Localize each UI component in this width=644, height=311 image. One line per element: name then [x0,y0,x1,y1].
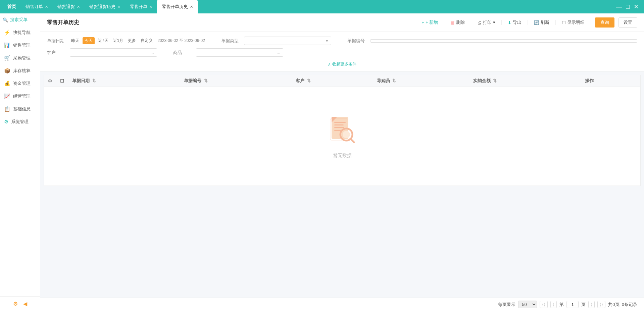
empty-text: 暂无数据 [333,153,352,159]
total-info: 共0页, 0条记录 [608,302,637,308]
page-title: 零售开单历史 [47,19,79,26]
divider-2 [471,20,471,25]
th-customer[interactable]: 客户 ⇅ [292,75,373,87]
goods-dots-icon: ... [277,50,280,55]
data-table: ⚙ ☐ 单据日期 ⇅ 单据编号 ⇅ 客户 ⇅ [44,75,641,186]
maximize-icon[interactable]: □ [626,3,630,10]
type-select-arrow: ▾ [326,38,328,43]
divider-5 [555,20,556,25]
page-number-input[interactable] [566,301,579,308]
window-close-icon[interactable]: ✕ [634,3,639,10]
goods-filter-label: 商品 [173,50,193,56]
minimize-icon[interactable]: — [616,3,622,10]
date-btn-1month[interactable]: 近1月 [112,37,125,44]
tab-sales-return[interactable]: 销货退货 ✕ [53,0,85,13]
add-button[interactable]: + + 新增 [420,18,440,27]
purchase-icon: 🛒 [4,55,10,61]
checkbox-icon: ☐ [562,20,566,25]
system-icon: ⚙ [4,119,8,125]
delete-icon: 🗑 [450,20,455,25]
collapse-more-button[interactable]: ∧ 收起更多条件 [47,60,637,68]
date-btn-custom[interactable]: 自定义 [139,37,154,44]
print-button[interactable]: 🖨 打印 ▾ [475,18,497,27]
th-settings[interactable]: ⚙ [44,75,56,87]
top-tabbar: 首页 销售订单 ✕ 销货退货 ✕ 销货退货历史 ✕ 零售开单 ✕ 零售开单历史 … [0,0,644,13]
settings-bottom-icon[interactable]: ⚙ [13,301,18,307]
sidebar-item-finance[interactable]: 💰 资金管理 [0,77,40,90]
inventory-icon: 📦 [4,68,10,74]
number-filter-input[interactable] [370,39,637,43]
goods-filter-input[interactable]: ... [196,48,283,57]
chevron-up-icon: ∧ [328,62,331,67]
refresh-icon: 🔄 [534,20,539,25]
sidebar-item-quick-nav[interactable]: ⚡ 快捷导航 [0,26,40,39]
th-date[interactable]: 单据日期 ⇅ [68,75,180,87]
date-filter-label: 单据日期 [47,38,67,44]
divider-6 [591,20,591,25]
date-btn-today[interactable]: 今天 [83,37,95,44]
close-tab-retail-open-history[interactable]: ✕ [190,5,193,9]
tab-sales-order[interactable]: 销售订单 ✕ [21,0,53,13]
content-area: 零售开单历史 + + 新增 🗑 删除 🖨 打印 ▾ ⬇ [40,13,644,311]
close-tab-sales-order[interactable]: ✕ [45,5,48,9]
quick-nav-icon: ⚡ [4,30,10,36]
sort-date-icon: ⇅ [92,78,96,83]
sidebar-item-operations[interactable]: 📈 经营管理 [0,90,40,103]
date-btn-more[interactable]: 更多 [127,37,137,44]
sort-customer-icon: ⇅ [307,78,311,83]
query-button[interactable]: 查询 [595,17,614,28]
tab-home[interactable]: 首页 [3,0,21,13]
type-filter-select[interactable]: ▾ [244,37,331,45]
search-icon: 🔍 [3,17,8,22]
th-amount[interactable]: 实销金额 ⇅ [469,75,581,87]
export-button[interactable]: ⬇ 导出 [506,18,524,27]
display-detail-button[interactable]: ☐ 显示明细 [560,18,587,27]
sidebar-item-inventory[interactable]: 📦 库存核算 [0,64,40,77]
close-tab-retail-open[interactable]: ✕ [149,5,152,9]
th-checkbox[interactable]: ☐ [56,75,68,87]
settings-button[interactable]: 设置 [618,17,637,28]
date-btn-yesterday[interactable]: 昨天 [70,37,81,44]
customer-filter-label: 客户 [47,50,67,56]
svg-point-7 [343,131,350,138]
toolbar: + + 新增 🗑 删除 🖨 打印 ▾ ⬇ 导出 [420,17,637,28]
page-size-select[interactable]: 50 100 200 [518,301,537,308]
sidebar-item-purchase[interactable]: 🛒 采购管理 [0,52,40,64]
filter-row-1: 单据日期 昨天 今天 近7天 近1月 更多 自定义 2023-06-02 至 2… [47,37,637,45]
page-header: 零售开单历史 + + 新增 🗑 删除 🖨 打印 ▾ ⬇ [40,13,644,32]
th-number[interactable]: 单据编号 ⇅ [180,75,292,87]
th-ops: 操作 [581,75,641,87]
sidebar-search[interactable]: 🔍 搜索采单 [0,13,40,26]
close-tab-sales-return-history[interactable]: ✕ [117,5,120,9]
print-icon: 🖨 [477,20,482,25]
last-page-button[interactable]: ⟩⟩ [597,301,605,308]
date-btn-7days[interactable]: 近7天 [97,37,110,44]
tab-retail-open-history[interactable]: 零售开单历史 ✕ [157,0,198,13]
svg-line-8 [350,139,354,142]
tab-retail-open[interactable]: 零售开单 ✕ [125,0,157,13]
window-controls: — □ ✕ [616,3,641,10]
customer-filter-input[interactable]: ... [70,48,157,57]
sidebar-bottom: ⚙ ◀ [0,296,40,311]
first-page-button[interactable]: ⟨⟨ [540,301,548,308]
refresh-button[interactable]: 🔄 刷新 [532,18,551,27]
prev-page-button[interactable]: ⟨ [550,301,557,308]
sidebar-item-basic-info[interactable]: 📋 基础信息 [0,103,40,115]
date-range-display: 2023-06-02 至 2023-06-02 [157,38,205,44]
empty-state-cell: 暂无数据 [44,87,641,186]
close-tab-sales-return[interactable]: ✕ [77,5,80,9]
collapse-sidebar-icon[interactable]: ◀ [23,301,27,307]
next-page-button[interactable]: ⟩ [588,301,595,308]
sidebar-item-sales[interactable]: 📊 销售管理 [0,39,40,52]
th-salesperson[interactable]: 导购员 ⇅ [373,75,469,87]
empty-illustration [326,114,359,147]
tab-sales-return-history[interactable]: 销货退货历史 ✕ [85,0,125,13]
sidebar-item-system[interactable]: ⚙ 系统管理 [0,115,40,128]
date-shortcuts: 昨天 今天 近7天 近1月 更多 自定义 2023-06-02 至 2023-0… [70,37,205,44]
customer-dots-icon: ... [150,50,154,55]
divider-4 [528,20,528,25]
sort-amount-icon: ⇅ [493,78,497,83]
number-filter-label: 单据编号 [347,38,367,44]
add-icon: + [422,20,425,25]
delete-button[interactable]: 🗑 删除 [448,18,467,27]
